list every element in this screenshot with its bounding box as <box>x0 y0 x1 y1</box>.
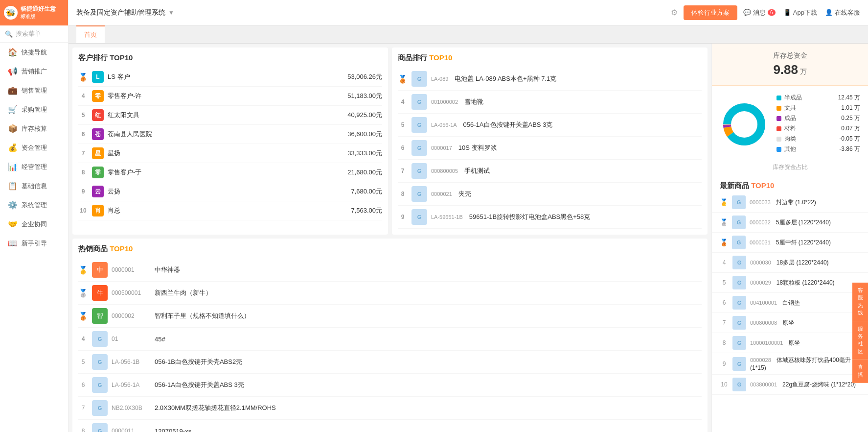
service-community-button[interactable]: 服务社区 <box>852 321 868 360</box>
customer-avatar: 零 <box>92 90 104 102</box>
rank-item: 10 肖 肖总 7,563.00元 <box>78 201 382 220</box>
sidebar-item-inventory[interactable]: 📦 库存核算 <box>0 119 68 138</box>
topbar: 装备及固定资产辅助管理系统 ▼ ⚙ 体验行业方案 💬 消息 6 📱 App下载 … <box>69 0 868 25</box>
legend-dot <box>777 106 781 111</box>
product-thumb: G <box>92 423 108 432</box>
sidebar-item-cooperation[interactable]: 🤝 企业协同 <box>0 215 68 234</box>
product-code: 0000031 <box>750 240 776 245</box>
donut-svg <box>720 100 769 149</box>
bronze-medal-icon: 🥉 <box>78 312 88 321</box>
customer-service-button[interactable]: 客服热线 <box>852 283 868 321</box>
marketing-icon: 📢 <box>8 67 18 76</box>
new-product-item: 🥈 G 0000032 5厘多层 (1220*2440) <box>712 213 868 233</box>
customer-name: 云扬 <box>108 187 347 196</box>
sidebar-item-marketing[interactable]: 📢 营销推广 <box>0 62 68 81</box>
rank-number: 5 <box>78 359 88 365</box>
message-button[interactable]: 💬 消息 6 <box>743 8 776 17</box>
product-thumb: G <box>411 163 427 179</box>
product-name: 智利车子里（规格不知道填什么） <box>155 312 702 320</box>
customer-avatar: 零 <box>92 167 104 178</box>
app-download-button[interactable]: 📱 App下载 <box>783 8 817 17</box>
rank-number: 6 <box>720 299 729 306</box>
bronze-medal-icon: 🥉 <box>78 72 88 82</box>
silver-medal-icon: 🥈 <box>720 218 728 226</box>
customer-name: 零售客户-于 <box>108 168 343 177</box>
rank-number: 8 <box>78 428 88 432</box>
legend-item-other: 其他 -3.86 万 <box>777 145 860 153</box>
product-thumb: G <box>732 256 746 269</box>
sidebar-item-operations[interactable]: 📊 经营管理 <box>0 157 68 176</box>
customer-name: 星扬 <box>108 149 343 158</box>
online-service-button[interactable]: 👤 在线客服 <box>825 8 860 17</box>
trial-button[interactable]: 体验行业方案 <box>684 5 737 20</box>
product-code: 000500001 <box>112 289 151 296</box>
legend-label: 其他 <box>784 145 836 153</box>
product-ranking-block: 商品排行 TOP10 🥉 G LA-089 电池盖 LA-089 ABS本色+黑… <box>392 48 708 235</box>
legend-value: 1.01 万 <box>841 104 860 112</box>
new-product-item: 10 G 003800001 22g鱼豆腐-烧烤味 (1*12*20) <box>712 375 868 395</box>
rank-number: 4 <box>720 259 729 266</box>
product-thumb: G <box>732 316 746 330</box>
legend-dot <box>777 126 781 131</box>
rank-item: 6 苍 苍南县人民医院 36,600.00元 <box>78 125 382 144</box>
rank-number: 9 <box>78 187 88 196</box>
legend-value: 0.07 万 <box>841 124 860 133</box>
product-info: 0000031 5厘中纤 (1220*2440) <box>750 239 860 247</box>
customer-ranking-list: 🥉 L LS 客户 53,006.26元 4 零 零售客户-许 51,183.0… <box>78 68 382 220</box>
legend-item-finished: 成品 0.25 万 <box>777 114 860 122</box>
live-stream-button[interactable]: 直播 <box>852 360 868 383</box>
legend-label: 半成品 <box>784 94 835 102</box>
legend-value: 0.25 万 <box>841 114 860 122</box>
product-code: 0000028 <box>750 357 777 363</box>
sidebar-item-label: 企业协同 <box>22 220 47 229</box>
product-code: 004100001 <box>750 300 782 306</box>
content-right: 库存总资金 9.88 万 <box>711 44 868 432</box>
rank-number: 7 <box>720 319 729 326</box>
product-info: 0000017 10S 变料罗浆 <box>431 144 702 152</box>
shortcuts-icon: 🏠 <box>8 48 18 57</box>
rank-item: 5 G LA-056-1A 056-1A白色按键开关盖ABS 3克 <box>398 114 702 137</box>
product-thumb: G <box>92 400 108 416</box>
message-icon: 💬 <box>743 9 751 16</box>
rank-number: 9 <box>720 360 729 367</box>
sidebar-item-finance[interactable]: 💰 资金管理 <box>0 138 68 157</box>
product-code: 0000002 <box>112 312 151 319</box>
customer-name: 苍南县人民医院 <box>108 130 343 139</box>
tab-home[interactable]: 首页 <box>76 25 105 43</box>
system-title: 装备及固定资产辅助管理系统 <box>76 8 165 17</box>
product-info: 003800001 22g鱼豆腐-烧烤味 (1*12*20) <box>750 381 860 389</box>
sidebar-item-basic[interactable]: 📋 基础信息 <box>0 176 68 195</box>
sidebar-item-system[interactable]: ⚙️ 系统管理 <box>0 195 68 215</box>
customer-avatar: 红 <box>92 109 104 121</box>
product-ranking-list: 🥉 G LA-089 电池盖 LA-089 ABS本色+黑种 7.1克 4 G … <box>398 68 702 229</box>
search-menu[interactable]: 🔍 搜索菜单 <box>0 25 68 43</box>
product-thumb: G <box>92 354 108 370</box>
settings-icon[interactable]: ⚙ <box>671 8 678 17</box>
product-item: 6 G LA-056-1A 056-1A白色按键开关盖ABS 3壳 <box>78 374 702 397</box>
product-thumb: G <box>411 94 427 110</box>
sidebar-item-purchase[interactable]: 🛒 采购管理 <box>0 100 68 119</box>
new-product-item: 7 G 000800008 原坐 <box>712 313 868 333</box>
customer-name: 零售客户-许 <box>108 92 343 100</box>
customer-avatar: 星 <box>92 147 104 159</box>
system-icon: ⚙️ <box>8 200 18 210</box>
rank-number: 7 <box>78 405 88 411</box>
product-code: 003800001 <box>750 382 782 387</box>
new-product-item: 🥇 G 0000033 封边带 (1.0*22) <box>712 192 868 213</box>
sidebar-item-shortcuts[interactable]: 🏠 快捷导航 <box>0 43 68 62</box>
sidebar-item-guide[interactable]: 📖 新手引导 <box>0 234 68 253</box>
product-thumb: G <box>92 331 108 347</box>
rank-item: 9 G LA-59651-1B 59651-1B旋转投影灯电池盒ABS黑色+58… <box>398 206 702 229</box>
product-thumb: G <box>732 236 746 249</box>
rank-number: 10 <box>720 381 729 388</box>
sidebar-item-sales[interactable]: 💼 销售管理 <box>0 81 68 100</box>
inventory-header: 库存总资金 9.88 万 <box>712 44 868 86</box>
product-code: LA-056-1B <box>112 359 151 365</box>
sidebar-item-label: 快捷导航 <box>22 48 47 57</box>
rank-item: 5 红 红太阳文具 40,925.00元 <box>78 106 382 125</box>
legend-dot <box>777 147 781 152</box>
inventory-value-display: 9.88 万 <box>720 62 860 77</box>
product-thumb: G <box>732 336 746 350</box>
product-item: 8 G 0000011 12070519-xs <box>78 420 702 432</box>
legend-label: 肉类 <box>784 135 836 143</box>
